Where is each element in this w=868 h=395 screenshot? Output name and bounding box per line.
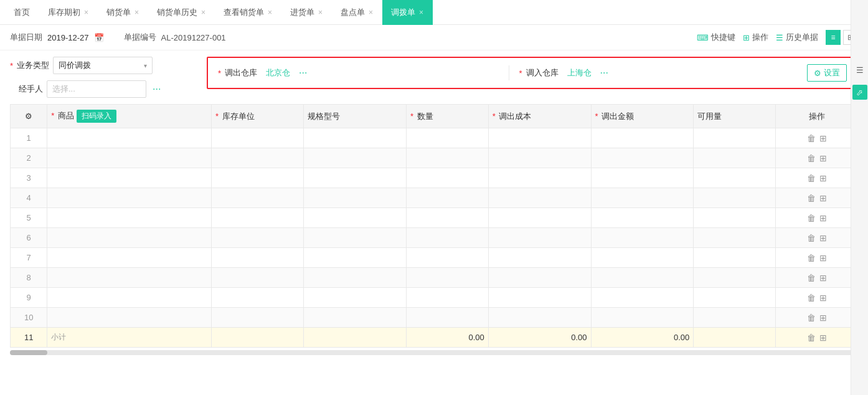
qty-cell-3[interactable] (406, 168, 488, 188)
subtotal-unit-cell (211, 328, 303, 348)
qty-cell-8[interactable] (406, 268, 488, 288)
product-cell-1[interactable] (47, 128, 212, 148)
qty-cell-5[interactable] (406, 208, 488, 228)
delete-icon-4[interactable]: 🗑 (807, 193, 816, 203)
copy-icon-2[interactable]: ⊞ (819, 153, 827, 163)
copy-icon-9[interactable]: ⊞ (819, 293, 827, 303)
amount-cell-5 (591, 208, 694, 228)
history-docs-button[interactable]: ☰ 历史单据 (776, 32, 818, 43)
subtotal-amount-cell: 0.00 (591, 328, 694, 348)
product-cell-5[interactable] (47, 208, 212, 228)
tab-view-sales[interactable]: 查看销货单 × (215, 0, 281, 25)
delete-icon-6[interactable]: 🗑 (807, 233, 816, 243)
tab-sales-history-close[interactable]: × (201, 8, 205, 17)
tab-inventory-count-close[interactable]: × (369, 8, 373, 17)
copy-icon-5[interactable]: ⊞ (819, 213, 827, 223)
calendar-icon[interactable]: 📅 (94, 33, 104, 42)
sidebar-list-icon[interactable]: ☰ (852, 62, 867, 77)
cost-cell-6[interactable] (488, 228, 591, 248)
warehouse-in-more-button[interactable]: ··· (600, 67, 608, 79)
delete-icon-1[interactable]: 🗑 (807, 133, 816, 143)
settings-button[interactable]: ⚙ 设置 (807, 64, 847, 82)
warehouse-out-field: * 调出仓库 北京仓 ··· (218, 67, 499, 79)
tab-transfer-order[interactable]: 调拨单 × (382, 0, 433, 25)
cost-cell-8[interactable] (488, 268, 591, 288)
copy-icon-8[interactable]: ⊞ (819, 273, 827, 283)
operations-button[interactable]: ⊞ 操作 (743, 32, 768, 43)
qty-cell-9[interactable] (406, 288, 488, 308)
cost-cell-4[interactable] (488, 188, 591, 208)
scan-button[interactable]: 扫码录入 (77, 110, 116, 123)
tab-inventory-init[interactable]: 库存期初 × (39, 0, 98, 25)
qty-cell-6[interactable] (406, 228, 488, 248)
row-num-2: 2 (11, 148, 47, 168)
business-type-select[interactable]: 同价调拨 ▾ (53, 57, 153, 74)
scrollbar-thumb[interactable] (10, 350, 47, 355)
delete-icon-2[interactable]: 🗑 (807, 153, 816, 163)
list-view-button[interactable]: ≡ (826, 30, 841, 45)
settings-gear-icon: ⚙ (814, 69, 821, 78)
product-cell-8[interactable] (47, 268, 212, 288)
table-row: 11 小计 0.00 0.00 0.00 🗑 ⊞ (11, 328, 858, 348)
cost-cell-9[interactable] (488, 288, 591, 308)
copy-icon-4[interactable]: ⊞ (819, 193, 827, 203)
product-cell-9[interactable] (47, 288, 212, 308)
tab-sales-history[interactable]: 销货单历史 × (148, 0, 215, 25)
product-cell-10[interactable] (47, 308, 212, 328)
product-cell-6[interactable] (47, 228, 212, 248)
qty-cell-2[interactable] (406, 148, 488, 168)
col-gear[interactable]: ⚙ (11, 105, 47, 128)
product-cell-2[interactable] (47, 148, 212, 168)
copy-icon-7[interactable]: ⊞ (819, 253, 827, 263)
qty-cell-1[interactable] (406, 128, 488, 148)
qty-cell-7[interactable] (406, 248, 488, 268)
qty-cell-4[interactable] (406, 188, 488, 208)
cost-cell-10[interactable] (488, 308, 591, 328)
warehouse-out-value[interactable]: 北京仓 (266, 67, 290, 79)
tab-transfer-order-close[interactable]: × (419, 8, 423, 17)
handler-label: 经手人 (19, 83, 43, 95)
copy-icon-6[interactable]: ⊞ (819, 233, 827, 243)
copy-icon-3[interactable]: ⊞ (819, 173, 827, 183)
warehouse-in-value[interactable]: 上海仓 (567, 67, 592, 79)
horizontal-scrollbar[interactable] (10, 350, 858, 355)
delete-icon-5[interactable]: 🗑 (807, 213, 816, 223)
tab-purchase-order[interactable]: 进货单 × (281, 0, 332, 25)
handler-more-button[interactable]: ··· (153, 83, 161, 95)
cost-cell-3[interactable] (488, 168, 591, 188)
sidebar-export-icon[interactable]: ⬀ (852, 85, 867, 100)
cost-cell-5[interactable] (488, 208, 591, 228)
tab-home[interactable]: 首页 (5, 0, 39, 25)
business-type-dropdown-icon: ▾ (144, 62, 147, 69)
product-cell-4[interactable] (47, 188, 212, 208)
product-cell-7[interactable] (47, 248, 212, 268)
cost-cell-7[interactable] (488, 248, 591, 268)
tab-inventory-count[interactable]: 盘点单 × (332, 0, 382, 25)
delete-icon-9[interactable]: 🗑 (807, 293, 816, 303)
tab-inventory-init-close[interactable]: × (84, 8, 88, 17)
unit-cell-8 (211, 268, 303, 288)
copy-icon-11[interactable]: ⊞ (819, 333, 827, 343)
handler-select[interactable]: 选择... (47, 80, 146, 98)
cost-cell-2[interactable] (488, 148, 591, 168)
op-cell-5: 🗑 ⊞ (776, 208, 858, 228)
delete-icon-10[interactable]: 🗑 (807, 313, 816, 323)
cost-cell-1[interactable] (488, 128, 591, 148)
copy-icon-10[interactable]: ⊞ (819, 313, 827, 323)
warehouse-out-label: 调出仓库 (225, 67, 257, 79)
delete-icon-11[interactable]: 🗑 (807, 333, 816, 343)
shortcuts-button[interactable]: ⌨ 快捷键 (697, 32, 735, 43)
tab-sales-order[interactable]: 销货单 × (98, 0, 148, 25)
warehouse-out-required: * (218, 69, 221, 78)
tab-purchase-order-close[interactable]: × (318, 8, 323, 17)
delete-icon-8[interactable]: 🗑 (807, 273, 816, 283)
qty-cell-10[interactable] (406, 308, 488, 328)
tab-view-sales-close[interactable]: × (268, 8, 272, 17)
tab-sales-order-close[interactable]: × (134, 8, 139, 17)
delete-icon-3[interactable]: 🗑 (807, 173, 816, 183)
warehouse-out-more-button[interactable]: ··· (299, 67, 307, 79)
delete-icon-7[interactable]: 🗑 (807, 253, 816, 263)
copy-icon-1[interactable]: ⊞ (819, 133, 827, 143)
product-cell-3[interactable] (47, 168, 212, 188)
date-value[interactable]: 2019-12-27 (47, 33, 89, 42)
